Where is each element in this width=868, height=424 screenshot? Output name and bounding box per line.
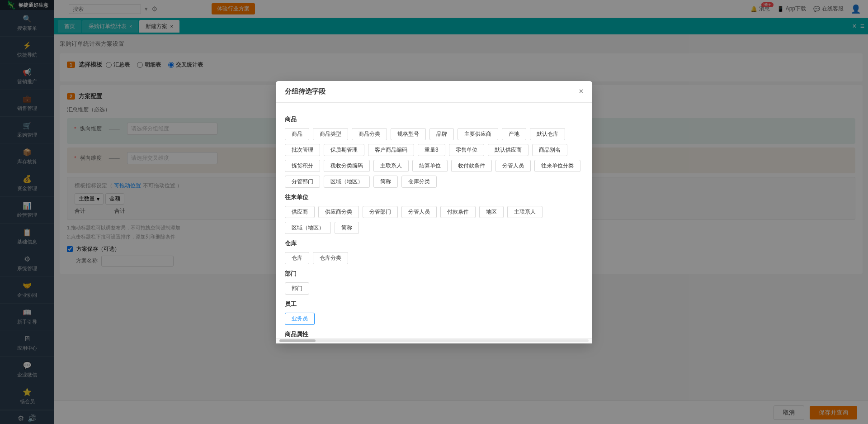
field-chip-0-10[interactable]: 客户商品编码 bbox=[368, 144, 414, 156]
field-chip-0-4[interactable]: 品牌 bbox=[429, 128, 454, 140]
field-chip-0-3[interactable]: 规格型号 bbox=[391, 128, 426, 140]
field-chips-4: 业务员 bbox=[285, 313, 583, 325]
field-chip-3-0[interactable]: 部门 bbox=[285, 282, 309, 295]
field-chip-0-20[interactable]: 分管人员 bbox=[495, 160, 531, 172]
field-chip-0-8[interactable]: 批次管理 bbox=[285, 144, 320, 156]
field-chip-1-4[interactable]: 付款条件 bbox=[440, 206, 476, 218]
field-select-modal: 分组待选字段 × 商品商品商品类型商品分类规格型号品牌主要供应商产地默认仓库批次… bbox=[276, 81, 592, 343]
field-chip-1-7[interactable]: 区域（地区） bbox=[285, 222, 331, 234]
field-chip-0-23[interactable]: 区域（地区） bbox=[324, 176, 370, 188]
field-chip-1-0[interactable]: 供应商 bbox=[285, 206, 315, 218]
field-chip-1-2[interactable]: 分管部门 bbox=[363, 206, 398, 218]
field-chip-1-6[interactable]: 主联系人 bbox=[507, 206, 542, 218]
group-title-2: 仓库 bbox=[285, 239, 583, 248]
field-chip-0-18[interactable]: 结算单位 bbox=[412, 160, 448, 172]
modal-title: 分组待选字段 bbox=[285, 87, 326, 96]
field-chip-0-13[interactable]: 默认供应商 bbox=[488, 144, 528, 156]
field-chip-0-24[interactable]: 简称 bbox=[373, 176, 398, 188]
field-chip-0-15[interactable]: 拣货积分 bbox=[285, 160, 320, 172]
field-chips-0: 商品商品类型商品分类规格型号品牌主要供应商产地默认仓库批次管理保质期管理客户商品… bbox=[285, 128, 583, 188]
field-chip-0-16[interactable]: 税收分类编码 bbox=[324, 160, 370, 172]
scrollbar-thumb[interactable] bbox=[279, 339, 316, 342]
field-chip-0-19[interactable]: 收付款条件 bbox=[451, 160, 492, 172]
group-title-5: 商品属性 bbox=[285, 330, 583, 338]
field-chip-0-25[interactable]: 仓库分类 bbox=[401, 176, 437, 188]
group-title-0: 商品 bbox=[285, 115, 583, 124]
field-chip-0-17[interactable]: 主联系人 bbox=[373, 160, 409, 172]
field-chip-0-12[interactable]: 零售单位 bbox=[449, 144, 484, 156]
field-chip-0-9[interactable]: 保质期管理 bbox=[324, 144, 364, 156]
modal-overlay: 分组待选字段 × 商品商品商品类型商品分类规格型号品牌主要供应商产地默认仓库批次… bbox=[0, 0, 868, 424]
field-chip-1-8[interactable]: 简称 bbox=[335, 222, 359, 234]
field-chip-0-2[interactable]: 商品分类 bbox=[352, 128, 387, 140]
field-chip-0-22[interactable]: 分管部门 bbox=[285, 176, 320, 188]
field-chip-0-0[interactable]: 商品 bbox=[285, 128, 309, 140]
modal-body: 商品商品商品类型商品分类规格型号品牌主要供应商产地默认仓库批次管理保质期管理客户… bbox=[276, 103, 592, 338]
modal-header: 分组待选字段 × bbox=[276, 81, 592, 103]
group-title-1: 往来单位 bbox=[285, 193, 583, 201]
modal-close-button[interactable]: × bbox=[579, 87, 583, 95]
field-chip-2-0[interactable]: 仓库 bbox=[285, 252, 309, 264]
field-chip-0-14[interactable]: 商品别名 bbox=[532, 144, 567, 156]
field-chip-0-7[interactable]: 默认仓库 bbox=[530, 128, 565, 140]
field-chips-3: 部门 bbox=[285, 282, 583, 295]
field-chip-1-3[interactable]: 分管人员 bbox=[401, 206, 437, 218]
field-chip-0-1[interactable]: 商品类型 bbox=[313, 128, 348, 140]
group-title-3: 部门 bbox=[285, 270, 583, 278]
group-title-4: 员工 bbox=[285, 300, 583, 308]
field-chip-4-0[interactable]: 业务员 bbox=[285, 313, 315, 325]
scrollbar-track bbox=[279, 339, 589, 342]
field-chips-1: 供应商供应商分类分管部门分管人员付款条件地区主联系人区域（地区）简称 bbox=[285, 206, 583, 234]
field-chip-0-5[interactable]: 主要供应商 bbox=[458, 128, 498, 140]
field-chip-0-6[interactable]: 产地 bbox=[502, 128, 526, 140]
modal-scrollbar-h bbox=[276, 338, 592, 343]
field-chip-2-1[interactable]: 仓库分类 bbox=[313, 252, 348, 264]
field-chip-0-21[interactable]: 往来单位分类 bbox=[534, 160, 580, 172]
field-chip-1-1[interactable]: 供应商分类 bbox=[318, 206, 359, 218]
field-chip-0-11[interactable]: 重量3 bbox=[418, 144, 445, 156]
field-chips-2: 仓库仓库分类 bbox=[285, 252, 583, 264]
field-chip-1-5[interactable]: 地区 bbox=[479, 206, 504, 218]
